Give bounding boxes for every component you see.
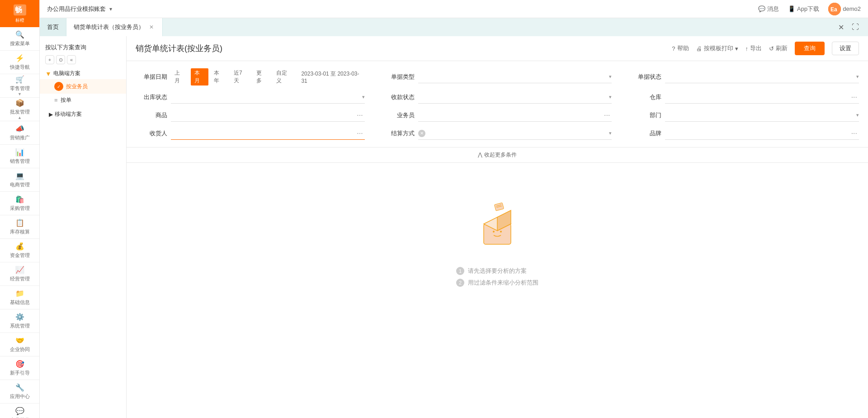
sidebar-item-label: 搜索菜单 bbox=[10, 40, 30, 47]
sidebar-item-ecommerce[interactable]: 💻 电商管理 bbox=[0, 168, 40, 192]
retail-icon: 🛒 bbox=[15, 75, 24, 84]
tab-bar: 首页 销货单统计表（按业务员） ✕ ✕ ⛶ bbox=[40, 18, 868, 36]
recipient-more-icon[interactable]: ··· bbox=[355, 129, 364, 138]
sidebar-item-inventory[interactable]: 📋 库存核算 bbox=[0, 215, 40, 239]
sidebar-item-quick[interactable]: ⚡ 快捷导航 bbox=[0, 51, 40, 74]
date-tab-this-year[interactable]: 本年 bbox=[210, 68, 228, 86]
date-tab-custom[interactable]: 自定义 bbox=[273, 68, 296, 86]
schema-item-order[interactable]: ≡ 按单 bbox=[40, 94, 126, 107]
print-template-button[interactable]: 🖨 按模板打印 ▾ bbox=[696, 44, 738, 52]
sales-stat-tab-label: 销货单统计表（按业务员） bbox=[74, 23, 144, 31]
tab-close-window-button[interactable]: ✕ bbox=[835, 22, 846, 33]
empty-hint-1: 1 请先选择要分析的方案 bbox=[456, 267, 538, 275]
left-panel: 按以下方案查询 + ⊙ « ▼ 电脑端方案 bbox=[40, 36, 127, 418]
product-control[interactable]: ··· bbox=[171, 109, 365, 122]
dept-label: 部门 bbox=[630, 111, 661, 119]
settlement-clear-button[interactable]: ✕ bbox=[418, 130, 425, 137]
dept-control[interactable]: ▾ bbox=[665, 109, 859, 122]
ecommerce-icon: 💻 bbox=[15, 171, 24, 180]
sidebar-item-basic[interactable]: 📁 基础信息 bbox=[0, 286, 40, 309]
product-more-icon[interactable]: ··· bbox=[355, 111, 364, 119]
app-download-action[interactable]: 📱 App下载 bbox=[788, 5, 819, 13]
date-tab-more[interactable]: 更多 bbox=[253, 68, 271, 86]
settings-schema-button[interactable]: ⊙ bbox=[56, 55, 65, 64]
empty-state: 1 请先选择要分析的方案 2 用过滤条件来缩小分析范围 bbox=[127, 163, 868, 323]
brand-more-icon[interactable]: ··· bbox=[849, 129, 859, 138]
main-area: 办公用品行业模拟账套 ▾ 💬 消息 📱 App下载 Ea demo2 bbox=[40, 0, 868, 418]
page-body: 按以下方案查询 + ⊙ « ▼ 电脑端方案 bbox=[40, 36, 868, 418]
sidebar-item-search[interactable]: 🔍 搜索菜单 bbox=[0, 27, 40, 51]
help-icon: ? bbox=[672, 45, 675, 52]
left-panel-header: 按以下方案查询 bbox=[40, 42, 126, 55]
product-label: 商品 bbox=[136, 111, 167, 119]
salesperson-label: 业务员 bbox=[383, 111, 415, 119]
collapse-bar[interactable]: ⋀ 收起更多条件 bbox=[127, 147, 868, 163]
user-action[interactable]: Ea demo2 bbox=[828, 3, 861, 15]
desktop-group-label: 电脑端方案 bbox=[53, 70, 80, 77]
tab-home[interactable]: 首页 bbox=[40, 18, 66, 36]
recipient-label: 收货人 bbox=[136, 129, 167, 138]
sidebar-item-label: 采购管理 bbox=[10, 205, 30, 212]
doc-status-control[interactable]: ▾ bbox=[665, 71, 859, 83]
salesperson-control[interactable]: ··· bbox=[418, 109, 612, 122]
tab-close-icon[interactable]: ✕ bbox=[148, 24, 155, 31]
filter-dept-item: 部门 ▾ bbox=[630, 109, 859, 122]
collect-status-control[interactable]: ▾ bbox=[418, 91, 612, 104]
sidebar-item-finance[interactable]: 💰 资金管理 bbox=[0, 239, 40, 262]
settlement-control[interactable]: ✕ ▾ bbox=[418, 127, 612, 140]
download-icon: 📱 bbox=[788, 5, 795, 12]
sidebar-item-label: 经营管理 bbox=[10, 276, 30, 282]
help-button[interactable]: ? 帮助 bbox=[672, 44, 689, 52]
collapse-schema-button[interactable]: « bbox=[67, 55, 76, 64]
export-button[interactable]: ↑ 导出 bbox=[745, 44, 762, 52]
collect-status-dropdown-icon: ▾ bbox=[609, 94, 612, 100]
desktop-group-header[interactable]: ▼ 电脑端方案 bbox=[40, 68, 126, 79]
sidebar-item-label: 快捷导航 bbox=[10, 64, 30, 71]
hint-1-num: 1 bbox=[456, 267, 464, 275]
sidebar-item-purchase[interactable]: 🛍️ 采购管理 bbox=[0, 192, 40, 215]
salesperson-more-icon[interactable]: ··· bbox=[602, 111, 612, 119]
sidebar-item-operation[interactable]: 📈 经营管理 bbox=[0, 262, 40, 286]
sidebar: 畅 标橙 🔍 搜索菜单 ⚡ 快捷导航 🛒 零售管理 ▼ 📦 批发管理 ▲ 📣 营… bbox=[0, 0, 40, 418]
message-icon: 💬 bbox=[758, 5, 765, 12]
message-action[interactable]: 💬 消息 bbox=[758, 5, 779, 13]
sidebar-item-wechat[interactable]: 💬 企业微信 bbox=[0, 404, 40, 418]
sidebar-item-marketing[interactable]: 📣 营销推广 bbox=[0, 121, 40, 145]
page-header: 销货单统计表(按业务员) ? 帮助 🖨 按模板打印 ▾ ↑ 导出 bbox=[127, 36, 868, 61]
sidebar-item-enterprise[interactable]: 🤝 企业协同 bbox=[0, 333, 40, 356]
svg-point-11 bbox=[500, 231, 502, 233]
out-status-control[interactable]: ▾ bbox=[171, 91, 365, 104]
sidebar-item-wholesale[interactable]: 📦 批发管理 ▲ bbox=[0, 98, 40, 121]
sidebar-item-label: 企业协同 bbox=[10, 346, 30, 353]
sidebar-item-retail[interactable]: 🛒 零售管理 ▼ bbox=[0, 74, 40, 98]
settings-button[interactable]: 设置 bbox=[832, 42, 859, 55]
date-tab-7days[interactable]: 近7天 bbox=[230, 68, 251, 86]
tab-sales-stat[interactable]: 销货单统计表（按业务员） ✕ bbox=[66, 18, 163, 36]
refresh-button[interactable]: ↺ 刷新 bbox=[769, 44, 788, 52]
sidebar-item-sales[interactable]: 📊 销售管理 bbox=[0, 145, 40, 168]
query-button[interactable]: 查询 bbox=[795, 42, 825, 55]
message-label: 消息 bbox=[767, 5, 779, 13]
warehouse-more-icon[interactable]: ··· bbox=[849, 93, 859, 101]
sidebar-item-apps[interactable]: 🔧 应用中心 bbox=[0, 380, 40, 404]
sidebar-item-system[interactable]: ⚙️ 系统管理 bbox=[0, 309, 40, 333]
add-icon: + bbox=[48, 57, 51, 62]
app-title-dropdown[interactable]: ▾ bbox=[109, 6, 112, 12]
doc-type-control[interactable]: ▾ bbox=[418, 71, 612, 83]
date-tab-last-month[interactable]: 上月 bbox=[171, 68, 189, 86]
recipient-control[interactable]: ··· bbox=[171, 127, 365, 140]
sidebar-item-label: 应用中心 bbox=[10, 393, 30, 400]
schema-item-salesperson[interactable]: ✓ 按业务员 bbox=[40, 79, 126, 94]
warehouse-control[interactable]: ··· bbox=[665, 91, 859, 104]
date-tab-this-month[interactable]: 本月 bbox=[191, 68, 209, 86]
warehouse-label: 仓库 bbox=[630, 93, 661, 101]
wholesale-icon: 📦 bbox=[15, 99, 24, 107]
mobile-group-header[interactable]: ▶ 移动端方案 bbox=[40, 109, 126, 120]
sidebar-item-newbie[interactable]: 🎯 新手引导 bbox=[0, 356, 40, 380]
add-schema-button[interactable]: + bbox=[45, 55, 54, 64]
tab-maximize-button[interactable]: ⛶ bbox=[850, 22, 861, 33]
brand-control[interactable]: ··· bbox=[665, 127, 859, 140]
desktop-schema-group: ▼ 电脑端方案 ✓ 按业务员 ≡ 按单 bbox=[40, 68, 126, 107]
svg-text:畅: 畅 bbox=[14, 6, 22, 14]
schema-item-salesperson-label: 按业务员 bbox=[66, 83, 88, 90]
